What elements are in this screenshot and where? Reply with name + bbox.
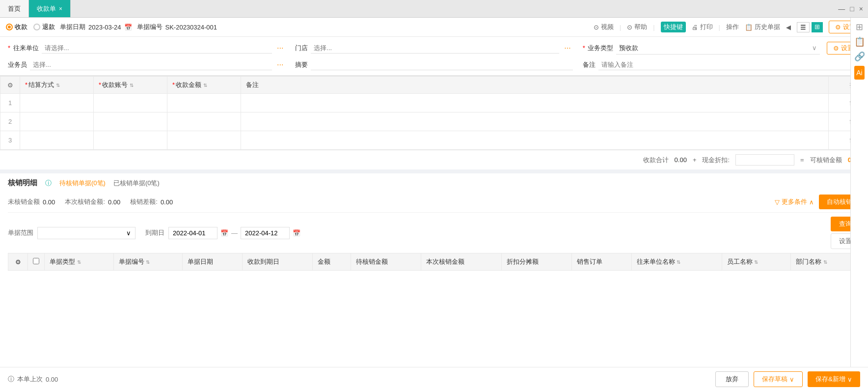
calendar-start-icon[interactable]: 📅 [220, 229, 228, 237]
payment-cell-1[interactable] [20, 94, 94, 112]
verify-settings-header[interactable]: ⚙ [8, 253, 28, 271]
shortcut-icon-box: 快捷键 [661, 22, 686, 32]
history-btn[interactable]: 📋 历史单据 [745, 23, 780, 31]
doc-date-field: 单据日期 2023-03-24 📅 [60, 23, 132, 31]
store-label: 门店 [295, 44, 308, 53]
close-button[interactable]: × [859, 5, 863, 13]
discount-input[interactable] [735, 154, 794, 166]
row-num-2: 2 [0, 112, 20, 131]
save-new-label: 保存&新增 [815, 375, 845, 384]
verify-pending-header: 待核销金额 [351, 253, 421, 271]
shortcut-btn[interactable]: 快捷键 [661, 22, 686, 32]
unverified-label: 未核销金额 [8, 197, 40, 206]
video-btn[interactable]: ⊙ 视频 [594, 23, 614, 31]
form-area: * 往来单位 ··· 门店 ··· * 业务类型 [0, 37, 868, 76]
tab-receipts[interactable]: 收款单 × [29, 0, 71, 17]
tab-home[interactable]: 首页 [0, 0, 29, 17]
save-draft-btn[interactable]: 保存草稿 ∨ [754, 371, 803, 387]
save-new-btn[interactable]: 保存&新增 ∨ [808, 371, 860, 387]
business-type-label: * 业务类型 [583, 44, 614, 53]
verify-checkbox-header[interactable] [28, 253, 45, 271]
summary-input[interactable] [311, 59, 572, 70]
account-cell-3[interactable] [94, 131, 167, 150]
bottom-actions: 放弃 保存草稿 ∨ 保存&新增 ∨ [715, 371, 860, 387]
table-payment-header: *结算方式 ⇅ [20, 77, 94, 94]
doc-date-value: 2023-03-24 [88, 24, 121, 31]
operation-btn[interactable]: 操作 [726, 23, 739, 31]
nav-left-icon[interactable]: ◀ [786, 24, 791, 31]
main-content: 收款 退款 单据日期 2023-03-24 📅 单据编号 SK-20230324… [0, 18, 868, 391]
nav-arrows[interactable]: ◀ [786, 24, 791, 31]
account-cell-1[interactable] [94, 94, 167, 112]
verify-stats: 未核销金额 0.00 本次核销金额: 0.00 核销差额: 0.00 ▽ 更多条… [8, 192, 860, 212]
note-cell-3[interactable] [241, 131, 829, 150]
verify-info-icon[interactable]: ⓘ [45, 179, 52, 188]
verify-table-header: ⚙ 单据类型 ⇅ 单据编号 ⇅ [8, 253, 860, 271]
grid-view-btn[interactable]: ⊞ [812, 22, 823, 32]
maximize-button[interactable]: □ [850, 5, 854, 13]
amount-cell-2[interactable] [167, 112, 241, 131]
store-input[interactable] [311, 43, 559, 54]
done-tab[interactable]: 已核销单据(0笔) [113, 179, 160, 188]
total-label: 收款合计 [643, 156, 669, 165]
payment-cell-3[interactable] [20, 131, 94, 150]
range-select[interactable]: ∨ [37, 227, 136, 239]
diff-stat: 核销差额: 0.00 [130, 197, 173, 206]
total-value: 0.00 [675, 156, 687, 164]
calendar-icon[interactable]: 📅 [124, 24, 132, 31]
right-panel-doc-icon[interactable]: 📋 [854, 36, 865, 47]
note-cell-2[interactable] [241, 112, 829, 131]
verify-section-title: 核销明细 [8, 178, 37, 188]
print-btn[interactable]: 🖨 打印 [692, 23, 713, 31]
right-panel-link-icon[interactable]: 🔗 [854, 51, 865, 62]
pending-tab[interactable]: 待核销单据(0笔) [59, 179, 106, 188]
current-verify-label: 本次核销金额: [65, 197, 105, 206]
verify-table: ⚙ 单据类型 ⇅ 单据编号 ⇅ [8, 253, 860, 271]
date-separator: — [231, 229, 238, 237]
verify-amount-header: 金额 [312, 253, 351, 271]
account-cell-2[interactable] [94, 112, 167, 131]
note-cell-1[interactable] [241, 94, 829, 112]
partner-field: * 往来单位 ··· [8, 43, 285, 54]
radio-receive[interactable]: 收款 [6, 23, 27, 31]
tab-close-icon[interactable]: × [59, 5, 62, 12]
current-info-label: 本单上次 [17, 375, 43, 384]
minimize-button[interactable]: — [838, 5, 845, 13]
tab-receipts-label: 收款单 [37, 4, 56, 13]
amount-cell-1[interactable] [167, 94, 241, 112]
tab-home-label: 首页 [8, 4, 21, 13]
verify-staff-header: 员工名称 ⇅ [722, 253, 791, 271]
due-date-range: 📅 — 📅 [168, 227, 300, 239]
abandon-btn[interactable]: 放弃 [715, 371, 749, 387]
verify-doc-type-header: 单据类型 ⇅ [45, 253, 114, 271]
calendar-end-icon[interactable]: 📅 [293, 229, 300, 237]
range-filter: 单据范围 ∨ [8, 227, 136, 239]
payment-cell-2[interactable] [20, 112, 94, 131]
table-row: 1 🗑 ⧉ [0, 94, 868, 112]
staff-more-icon[interactable]: ··· [275, 60, 285, 69]
help-btn[interactable]: ⊙ 帮助 [627, 23, 647, 31]
table-settings-header[interactable]: ⚙ [0, 77, 20, 94]
list-view-btn[interactable]: ☰ [797, 22, 810, 32]
right-panel-table-icon[interactable]: ⊞ [856, 22, 863, 32]
store-more-icon[interactable]: ··· [562, 44, 572, 53]
due-date-start-input[interactable] [168, 227, 217, 239]
right-panel-capture-icon[interactable]: Ai [854, 66, 864, 80]
save-draft-label: 保存草稿 [762, 375, 787, 384]
select-all-checkbox[interactable] [33, 258, 39, 264]
more-conditions-btn[interactable]: ▽ 更多条件 ∧ [775, 197, 814, 206]
verify-sales-order-header: 销售订单 [572, 253, 631, 271]
note-input[interactable] [598, 59, 860, 70]
business-type-select[interactable]: 预收款 ∨ [616, 42, 820, 55]
table-amount-header: *收款金额 ⇅ [167, 77, 241, 94]
partner-input[interactable] [42, 43, 272, 54]
current-verify-stat: 本次核销金额: 0.00 [65, 197, 120, 206]
radio-refund[interactable]: 退款 [33, 23, 55, 31]
staff-input[interactable] [30, 59, 272, 70]
due-date-end-input[interactable] [241, 227, 290, 239]
partner-more-icon[interactable]: ··· [275, 44, 285, 53]
amount-cell-3[interactable] [167, 131, 241, 150]
save-new-arrow-icon: ∨ [847, 376, 852, 383]
diff-label: 核销差额: [130, 197, 158, 206]
doc-date-label: 单据日期 [60, 23, 85, 31]
